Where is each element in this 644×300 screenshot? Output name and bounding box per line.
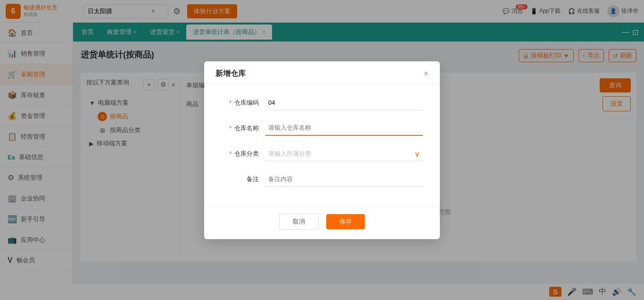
category-select-wrap: 请输入所属分类 ∨: [265, 146, 423, 161]
modal-title: 新增仓库: [215, 69, 246, 79]
modal-close-button[interactable]: ×: [423, 69, 429, 79]
required-star: *: [229, 99, 231, 106]
note-input[interactable]: [265, 172, 423, 187]
modal-footer: 取消 保存: [204, 207, 440, 239]
code-input[interactable]: [265, 95, 423, 110]
category-label: * 仓库分类: [221, 150, 259, 158]
form-row-name: * 仓库名称: [221, 121, 423, 136]
cancel-button[interactable]: 取消: [279, 214, 319, 230]
save-button[interactable]: 保存: [326, 214, 365, 229]
category-select[interactable]: 请输入所属分类: [265, 146, 423, 161]
form-row-code: * 仓库编码: [221, 95, 423, 110]
name-label: * 仓库名称: [221, 124, 259, 133]
name-input[interactable]: [265, 121, 423, 136]
modal-body: * 仓库编码 * 仓库名称 * 仓库分类: [204, 84, 440, 202]
code-label: * 仓库编码: [221, 99, 259, 107]
form-row-category: * 仓库分类 请输入所属分类 ∨: [221, 146, 423, 161]
note-label: 备注: [221, 175, 259, 183]
form-row-note: 备注: [221, 172, 423, 187]
modal-overlay: 新增仓库 × * 仓库编码 * 仓库名称: [0, 0, 644, 300]
add-warehouse-modal: 新增仓库 × * 仓库编码 * 仓库名称: [204, 61, 440, 239]
required-star-cat: *: [229, 150, 231, 157]
required-star-name: *: [229, 125, 231, 132]
modal-header: 新增仓库 ×: [204, 61, 440, 84]
